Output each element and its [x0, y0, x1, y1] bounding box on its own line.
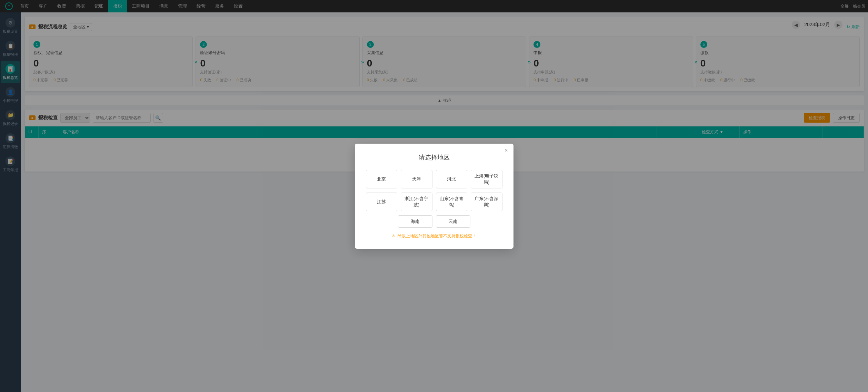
modal-close-button[interactable]: × [505, 148, 508, 153]
modal-overlay[interactable]: × 请选择地区 北京 天津 河北 上海(电子税局) 江苏 浙江(不含宁波) 山东… [0, 0, 868, 392]
region-btn-zhejiang[interactable]: 浙江(不含宁波) [401, 193, 432, 211]
warning-icon: ⚠ [392, 234, 396, 238]
warning-text: 除以上地区外其他地区暂不支持报税检查！ [398, 233, 476, 239]
modal-warning: ⚠ 除以上地区外其他地区暂不支持报税检查！ [366, 233, 502, 239]
region-btn-shandong[interactable]: 山东(不含青岛) [436, 193, 468, 211]
region-grid-row3: 海南 云南 [366, 215, 502, 228]
region-btn-tianjin[interactable]: 天津 [401, 170, 432, 188]
region-btn-hainan[interactable]: 海南 [398, 215, 432, 228]
region-btn-shanghai[interactable]: 上海(电子税局) [471, 170, 502, 188]
region-btn-jiangsu[interactable]: 江苏 [366, 193, 398, 211]
region-grid-row1: 北京 天津 河北 上海(电子税局) [366, 170, 502, 188]
region-btn-guangdong[interactable]: 广东(不含深圳) [471, 193, 502, 211]
region-btn-yunnan[interactable]: 云南 [436, 215, 470, 228]
region-grid-row2: 江苏 浙江(不含宁波) 山东(不含青岛) 广东(不含深圳) [366, 193, 502, 211]
region-select-modal: × 请选择地区 北京 天津 河北 上海(电子税局) 江苏 浙江(不含宁波) 山东… [355, 144, 513, 249]
region-btn-beijing[interactable]: 北京 [366, 170, 398, 188]
modal-title: 请选择地区 [366, 153, 502, 162]
region-btn-hebei[interactable]: 河北 [436, 170, 468, 188]
